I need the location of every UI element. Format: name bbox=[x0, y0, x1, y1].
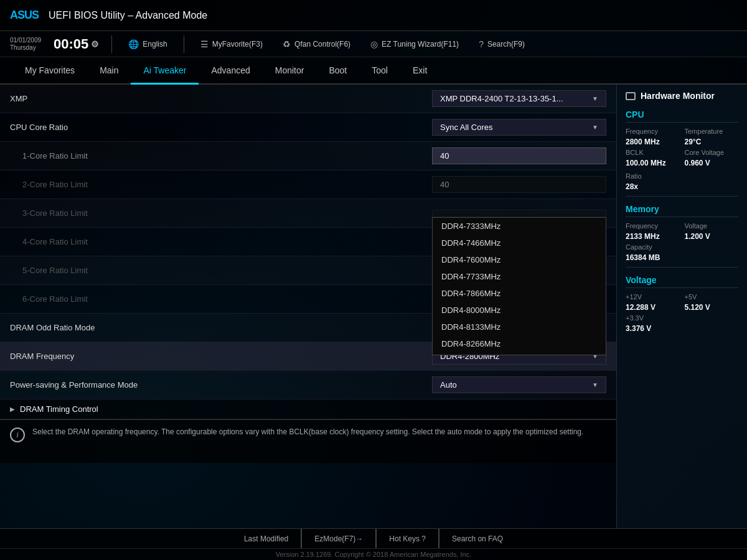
core-ratio-1-label: 1-Core Ratio Limit bbox=[10, 151, 432, 161]
search-icon: ? bbox=[479, 39, 484, 49]
dropdown-scroll-area[interactable]: DDR4-7333MHz DDR4-7466MHz DDR4-7600MHz D… bbox=[433, 218, 606, 355]
dram-timing-arrow: ▶ bbox=[10, 406, 15, 413]
hw-monitor-title: Hardware Monitor bbox=[626, 91, 738, 101]
nav-boot[interactable]: Boot bbox=[316, 57, 359, 85]
nav-ai-tweaker[interactable]: Ai Tweaker bbox=[131, 57, 199, 85]
core-ratio-1-value[interactable]: 40 bbox=[432, 147, 606, 164]
voltage-5v-value: 5.120 V bbox=[685, 303, 739, 312]
footer-last-modified[interactable]: Last Modified bbox=[232, 529, 301, 548]
asus-logo: ASUS bbox=[10, 9, 39, 22]
core-ratio-1-text: 40 bbox=[440, 151, 449, 161]
footer-version: Version 2.19.1269. Copyright © 2018 Amer… bbox=[0, 548, 747, 560]
cpu-temperature-value: 29°C bbox=[685, 138, 739, 146]
hw-cpu-grid: Frequency Temperature 2800 MHz 29°C BCLK… bbox=[626, 128, 738, 167]
cpu-bclk-label: BCLK bbox=[626, 149, 680, 156]
dropdown-item-ddr4-7733[interactable]: DDR4-7733MHz bbox=[433, 268, 606, 285]
monitor-icon bbox=[626, 92, 636, 100]
core-ratio-3-dropdown-container: DDR4-7333MHz DDR4-7466MHz DDR4-7600MHz D… bbox=[432, 210, 606, 217]
dropdown-item-ddr4-8000[interactable]: DDR4-8000MHz bbox=[433, 302, 606, 319]
core-ratio-2-label: 2-Core Ratio Limit bbox=[10, 180, 432, 189]
hw-monitor-title-text: Hardware Monitor bbox=[641, 91, 715, 101]
language-button[interactable]: 🌐 English bbox=[125, 38, 171, 50]
footer-hot-keys[interactable]: Hot Keys ? bbox=[377, 529, 439, 548]
hw-voltage-section: Voltage bbox=[626, 275, 738, 288]
hw-memory-grid: Frequency Voltage 2133 MHz 1.200 V Capac… bbox=[626, 222, 738, 262]
memory-voltage-value: 1.200 V bbox=[685, 232, 739, 241]
footer-search-faq[interactable]: Search on FAQ bbox=[439, 529, 515, 548]
nav-main[interactable]: Main bbox=[87, 57, 131, 85]
language-icon: 🌐 bbox=[128, 39, 139, 49]
hw-cpu-ratio-grid: Ratio 28x bbox=[626, 172, 738, 191]
nav-monitor[interactable]: Monitor bbox=[263, 57, 317, 85]
xmp-dropdown[interactable]: XMP DDR4-2400 T2-13-13-35-1... ▼ bbox=[432, 90, 606, 107]
power-saving-dropdown[interactable]: Auto ▼ bbox=[432, 376, 606, 393]
xmp-row: XMP XMP DDR4-2400 T2-13-13-35-1... ▼ bbox=[0, 85, 616, 113]
voltage-5v-label: +5V bbox=[685, 293, 739, 301]
cpu-ratio-label: Ratio bbox=[626, 172, 680, 180]
time-display: 00:05 ⚙ bbox=[54, 36, 99, 52]
power-saving-arrow: ▼ bbox=[592, 381, 598, 388]
xmp-dropdown-arrow: ▼ bbox=[592, 95, 598, 102]
cpu-temperature-label: Temperature bbox=[685, 128, 739, 135]
qfan-label: Qfan Control(F6) bbox=[294, 40, 350, 49]
xmp-value: XMP DDR4-2400 T2-13-13-35-1... bbox=[440, 94, 563, 103]
hardware-monitor-panel: Hardware Monitor CPU Frequency Temperatu… bbox=[616, 85, 747, 528]
dropdown-item-ddr4-8133[interactable]: DDR4-8133MHz bbox=[433, 319, 606, 335]
cpu-core-ratio-row: CPU Core Ratio Sync All Cores ▼ bbox=[0, 113, 616, 142]
cpu-core-ratio-value: Sync All Cores bbox=[440, 123, 493, 132]
core-ratio-3-value bbox=[432, 210, 606, 217]
voltage-33v-value: 3.376 V bbox=[626, 324, 680, 333]
dram-timing-control[interactable]: ▶ DRAM Timing Control bbox=[0, 399, 616, 419]
core-ratio-1-row: 1-Core Ratio Limit 40 bbox=[0, 142, 616, 170]
footer-wrapper: Last Modified EzMode(F7)→ Hot Keys ? Sea… bbox=[0, 528, 747, 560]
cpu-frequency-label: Frequency bbox=[626, 128, 680, 135]
hw-divider-1 bbox=[626, 196, 738, 197]
time-value: 00:05 bbox=[54, 36, 88, 52]
footer-ez-mode[interactable]: EzMode(F7)→ bbox=[302, 529, 376, 548]
nav-advanced[interactable]: Advanced bbox=[199, 57, 262, 85]
cpu-core-ratio-dropdown[interactable]: Sync All Cores ▼ bbox=[432, 119, 606, 136]
power-saving-label: Power-saving & Performance Mode bbox=[10, 380, 432, 390]
date-label: 01/01/2009 bbox=[10, 37, 41, 44]
memory-voltage-label: Voltage bbox=[685, 222, 739, 230]
myfavorite-label: MyFavorite(F3) bbox=[212, 40, 263, 49]
dropdown-item-ddr4-7333[interactable]: DDR4-7333MHz bbox=[433, 218, 606, 235]
cpu-core-voltage-value: 0.960 V bbox=[685, 159, 739, 167]
cpu-ratio-value: 28x bbox=[626, 182, 680, 191]
footer: Last Modified EzMode(F7)→ Hot Keys ? Sea… bbox=[0, 528, 747, 548]
nav-tool[interactable]: Tool bbox=[359, 57, 400, 85]
myfavorite-icon: ☰ bbox=[200, 39, 209, 49]
eztuning-button[interactable]: ◎ EZ Tuning Wizard(F11) bbox=[367, 38, 463, 50]
dropdown-item-ddr4-7600[interactable]: DDR4-7600MHz bbox=[433, 251, 606, 268]
qfan-icon: ♻ bbox=[283, 39, 291, 49]
core-ratio-2-text: 40 bbox=[440, 180, 449, 189]
hw-voltage-grid: +12V +5V 12.288 V 5.120 V +3.3V 3.376 V bbox=[626, 293, 738, 333]
dropdown-item-ddr4-8266[interactable]: DDR4-8266MHz bbox=[433, 335, 606, 352]
core-ratio-3-label: 3-Core Ratio Limit bbox=[10, 208, 432, 218]
dram-frequency-dropdown-list[interactable]: DDR4-7333MHz DDR4-7466MHz DDR4-7600MHz D… bbox=[432, 217, 606, 355]
info-icon: i bbox=[10, 427, 25, 442]
info-bar: i Select the DRAM operating frequency. T… bbox=[0, 419, 616, 463]
core-ratio-2-row: 2-Core Ratio Limit 40 bbox=[0, 170, 616, 199]
core-ratio-3-row: 3-Core Ratio Limit DDR4-7333MHz DDR4-746… bbox=[0, 199, 616, 228]
cpu-bclk-value: 100.00 MHz bbox=[626, 159, 680, 167]
voltage-33v-label: +3.3V bbox=[626, 314, 680, 322]
nav-my-favorites[interactable]: My Favorites bbox=[12, 57, 87, 85]
dropdown-item-ddr4-7466[interactable]: DDR4-7466MHz bbox=[433, 235, 606, 251]
main-layout: XMP XMP DDR4-2400 T2-13-13-35-1... ▼ CPU… bbox=[0, 85, 747, 528]
memory-frequency-value: 2133 MHz bbox=[626, 232, 680, 241]
header: ASUS UEFI BIOS Utility – Advanced Mode bbox=[0, 0, 747, 31]
dropdown-item-ddr4-8400[interactable]: DDR4-8400MHz bbox=[433, 352, 606, 355]
dropdown-item-ddr4-7866[interactable]: DDR4-7866MHz bbox=[433, 285, 606, 302]
day-label: Thursday bbox=[10, 44, 41, 52]
cpu-frequency-value: 2800 MHz bbox=[626, 138, 680, 146]
gear-icon[interactable]: ⚙ bbox=[91, 39, 99, 49]
toolbar: 01/01/2009 Thursday 00:05 ⚙ 🌐 English ☰ … bbox=[0, 31, 747, 57]
power-saving-row: Power-saving & Performance Mode Auto ▼ bbox=[0, 371, 616, 399]
dram-timing-label: DRAM Timing Control bbox=[20, 404, 98, 414]
qfan-button[interactable]: ♻ Qfan Control(F6) bbox=[279, 38, 354, 50]
cpu-core-ratio-arrow: ▼ bbox=[592, 124, 598, 131]
myfavorite-button[interactable]: ☰ MyFavorite(F3) bbox=[197, 38, 266, 50]
search-button[interactable]: ? Search(F9) bbox=[475, 38, 529, 50]
nav-exit[interactable]: Exit bbox=[400, 57, 439, 85]
